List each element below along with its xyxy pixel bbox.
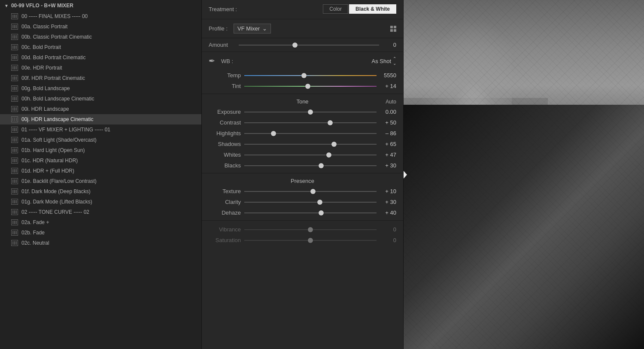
- bw-treatment-button[interactable]: Black & White: [349, 4, 396, 14]
- preset-label: 00g. Bold Landscape: [21, 85, 70, 91]
- preset-label: 02a. Fade +: [21, 219, 49, 225]
- tint-thumb[interactable]: [305, 84, 310, 89]
- contrast-value: + 50: [380, 119, 396, 126]
- clarity-value: + 30: [380, 199, 396, 205]
- preset-icon: [11, 55, 18, 61]
- preset-label: 00c. Bold Portrait: [21, 44, 61, 50]
- shadows-thumb[interactable]: [331, 142, 337, 147]
- preset-icon: [11, 13, 18, 19]
- preset-list: 00 ----- FINAL MIXES ----- 0000a. Classi…: [0, 11, 201, 248]
- blacks-thumb[interactable]: [319, 163, 324, 168]
- preset-item-02c[interactable]: 02c. Neutral: [0, 238, 201, 248]
- preset-item-00e[interactable]: 00e. HDR Portrait: [0, 63, 201, 73]
- dehaze-slider[interactable]: [244, 212, 377, 213]
- texture-slider[interactable]: [244, 191, 377, 192]
- preset-icon: [11, 65, 18, 71]
- preset-item-00h[interactable]: 00h. Bold Landscape Cinematic: [0, 94, 201, 104]
- preset-item-01g[interactable]: 01g. Dark Mode (Lifted Blacks): [0, 197, 201, 207]
- clarity-thumb[interactable]: [317, 200, 322, 205]
- preset-item-01e[interactable]: 01e. Backlit (Flare/Low Contrast): [0, 176, 201, 186]
- group-label: 00-99 VFLO - B+W MIXER: [11, 3, 73, 9]
- preset-icon: [11, 188, 18, 194]
- exposure-thumb[interactable]: [308, 109, 313, 115]
- photo-texture: [404, 0, 644, 349]
- clarity-slider[interactable]: [244, 202, 377, 203]
- highlights-slider[interactable]: [244, 133, 377, 134]
- tint-row: Tint + 14: [202, 81, 403, 94]
- profile-grid-icon[interactable]: [390, 26, 396, 32]
- preset-item-01-vf[interactable]: 01 ----- VF MIXER + LIGHTING ----- 01: [0, 124, 201, 135]
- wb-arrow: ⌃⌄: [393, 56, 396, 66]
- contrast-row: Contrast + 50: [202, 117, 403, 128]
- whites-label: Whites: [209, 152, 241, 158]
- presence-header: Presence: [202, 173, 403, 186]
- profile-section: Profile : VF Mixer ⌄: [202, 19, 403, 38]
- expand-chevron[interactable]: [404, 166, 407, 183]
- whites-thumb[interactable]: [326, 152, 331, 158]
- eyedropper-icon[interactable]: ✒: [209, 56, 215, 66]
- preset-item-01b[interactable]: 01b. Hard Light (Open Sun): [0, 145, 201, 155]
- saturation-value: 0: [380, 237, 396, 243]
- shadows-slider[interactable]: [244, 144, 377, 145]
- texture-thumb[interactable]: [310, 189, 316, 194]
- preset-label: 00j. HDR Landscape Cinematic: [21, 116, 93, 122]
- temp-thumb[interactable]: [301, 73, 307, 78]
- adjustments-panel: Treatment : Color Black & White Profile …: [202, 0, 404, 349]
- tint-value: + 14: [380, 83, 396, 89]
- highlights-thumb[interactable]: [271, 131, 276, 136]
- preset-item-00d[interactable]: 00d. Bold Portrait Cinematic: [0, 52, 201, 63]
- preset-item-00g[interactable]: 00g. Bold Landscape: [0, 83, 201, 94]
- profile-select[interactable]: VF Mixer ⌄: [234, 24, 271, 33]
- amount-thumb[interactable]: [292, 42, 298, 48]
- preset-item-00i[interactable]: 00i. HDR Landscape: [0, 104, 201, 114]
- vibrance-value: 0: [380, 226, 396, 233]
- preset-icon: [11, 127, 18, 133]
- tone-header: Tone Auto: [202, 94, 403, 106]
- contrast-thumb[interactable]: [328, 120, 333, 125]
- color-treatment-button[interactable]: Color: [323, 4, 348, 14]
- preset-icon: [11, 168, 18, 174]
- treatment-label: Treatment :: [209, 6, 237, 12]
- preset-item-00b[interactable]: 00b. Classic Portrait Cinematic: [0, 32, 201, 42]
- tint-slider[interactable]: [244, 86, 377, 87]
- preset-item-00c[interactable]: 00c. Bold Portrait: [0, 42, 201, 52]
- whites-slider[interactable]: [244, 155, 377, 155]
- preset-item-00f[interactable]: 00f. HDR Portrait Cinematic: [0, 73, 201, 83]
- wb-label: WB :: [221, 58, 233, 64]
- preset-group-header[interactable]: ▼ 00-99 VFLO - B+W MIXER: [0, 0, 201, 11]
- preset-icon: [11, 75, 18, 81]
- whites-value: + 47: [380, 152, 396, 158]
- preset-item-02a[interactable]: 02a. Fade +: [0, 217, 201, 228]
- exposure-slider[interactable]: [244, 112, 377, 112]
- preset-label: 01 ----- VF MIXER + LIGHTING ----- 01: [21, 127, 110, 133]
- dehaze-label: Dehaze: [209, 209, 241, 216]
- preset-item-02b[interactable]: 02b. Fade: [0, 228, 201, 238]
- wb-select[interactable]: As Shot ⌃⌄: [371, 56, 396, 66]
- blacks-slider[interactable]: [244, 165, 377, 166]
- preset-item-00-final[interactable]: 00 ----- FINAL MIXES ----- 00: [0, 11, 201, 21]
- amount-slider[interactable]: [239, 45, 379, 46]
- vibrance-label: Vibrance: [209, 226, 241, 233]
- dehaze-value: + 40: [380, 209, 396, 216]
- dehaze-thumb[interactable]: [319, 210, 324, 215]
- highlights-value: – 86: [380, 130, 396, 137]
- preset-item-00a[interactable]: 00a. Classic Portrait: [0, 21, 201, 32]
- exposure-row: Exposure 0.00: [202, 106, 403, 117]
- preset-item-00j[interactable]: 00j. HDR Landscape Cinematic: [0, 114, 201, 124]
- preset-item-02-tone[interactable]: 02 ----- TONE CURVE ----- 02: [0, 207, 201, 217]
- preset-icon: [11, 178, 18, 184]
- preset-label: 00h. Bold Landscape Cinematic: [21, 96, 94, 102]
- preset-item-01f[interactable]: 01f. Dark Mode (Deep Blacks): [0, 186, 201, 197]
- blacks-row: Blacks + 30: [202, 160, 403, 173]
- preset-item-01c[interactable]: 01c. HDR (Natural HDR): [0, 155, 201, 166]
- preset-item-01d[interactable]: 01d. HDR + (Full HDR): [0, 166, 201, 176]
- preset-label: 00d. Bold Portrait Cinematic: [21, 55, 85, 61]
- exposure-value: 0.00: [380, 109, 396, 115]
- auto-button[interactable]: Auto: [334, 99, 396, 105]
- preset-label: 00f. HDR Portrait Cinematic: [21, 75, 85, 81]
- preset-item-01a[interactable]: 01a. Soft Light (Shade/Overcast): [0, 135, 201, 145]
- temp-slider[interactable]: [244, 75, 377, 76]
- contrast-slider[interactable]: [244, 122, 377, 123]
- grid-dot: [390, 29, 393, 32]
- vibrance-row: Vibrance 0: [202, 224, 403, 235]
